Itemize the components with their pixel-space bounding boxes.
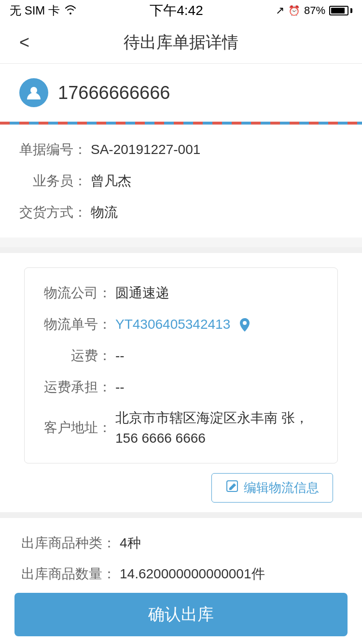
edit-icon	[225, 479, 239, 496]
order-info-section: 单据编号： SA-20191227-001 业务员： 曾凡杰 交货方式： 物流	[0, 125, 362, 238]
status-bar: 无 SIM 卡 下午4:42 ↗ ⏰ 87%	[0, 0, 362, 21]
nav-bar: < 待出库单据详情	[0, 21, 362, 64]
address-value: 北京市市辖区海淀区永丰南 张，156 6666 6666	[115, 408, 318, 448]
confirm-btn-label: 确认出库	[148, 603, 214, 626]
svg-point-2	[243, 321, 247, 325]
battery-percent: 87%	[304, 4, 325, 17]
freight-bearer-label: 运费承担：	[44, 377, 111, 398]
salesman-label: 业务员：	[19, 170, 87, 192]
main-content: 17666666666 单据编号： SA-20191227-001 业务员： 曾…	[0, 64, 362, 644]
status-left: 无 SIM 卡	[10, 3, 77, 18]
tracking-row: YT4306405342413	[111, 314, 253, 336]
status-right: ↗ ⏰ 87%	[276, 4, 352, 17]
wifi-icon	[64, 4, 77, 17]
freight-bearer-row: 运费承担： --	[44, 377, 318, 398]
address-label: 客户地址：	[44, 417, 111, 439]
logistics-company-label: 物流公司：	[44, 282, 111, 304]
delivery-value: 物流	[91, 202, 343, 224]
customer-section: 17666666666	[0, 64, 362, 122]
edit-logistics-label: 编辑物流信息	[244, 479, 319, 496]
freight-row: 运费： --	[44, 345, 318, 367]
doc-no-label: 单据编号：	[19, 139, 87, 161]
doc-no-row: 单据编号： SA-20191227-001	[19, 139, 343, 161]
goods-qty-row: 出库商品数量： 14.620000000000001件	[19, 563, 343, 585]
sim-status: 无 SIM 卡	[10, 3, 60, 18]
goods-qty-label: 出库商品数量：	[19, 563, 116, 585]
edit-btn-row: 编辑物流信息	[14, 473, 348, 512]
alarm-icon: ⏰	[288, 5, 300, 16]
logistics-company-value: 圆通速递	[115, 282, 318, 304]
separator-1	[0, 247, 362, 253]
logistics-company-row: 物流公司： 圆通速递	[44, 282, 318, 304]
freight-bearer-value: --	[115, 377, 318, 398]
svg-point-0	[30, 87, 37, 94]
avatar	[19, 78, 48, 107]
edit-logistics-button[interactable]: 编辑物流信息	[211, 473, 333, 503]
delivery-row: 交货方式： 物流	[19, 202, 343, 224]
battery-icon	[329, 6, 352, 15]
logistics-tracking-value: YT4306405342413	[115, 314, 230, 336]
delivery-label: 交货方式：	[19, 202, 87, 224]
salesman-row: 业务员： 曾凡杰	[19, 170, 343, 192]
status-time: 下午4:42	[150, 1, 203, 20]
freight-value: --	[115, 345, 318, 367]
gps-icon: ↗	[276, 4, 284, 17]
page-title: 待出库单据详情	[124, 31, 238, 54]
salesman-value: 曾凡杰	[91, 170, 343, 192]
separator-2	[0, 512, 362, 518]
goods-qty-value: 14.620000000000001件	[120, 563, 343, 585]
goods-type-value: 4种	[120, 532, 343, 554]
logistics-tracking-label: 物流单号：	[44, 314, 111, 336]
back-button[interactable]: <	[14, 28, 34, 57]
confirm-btn-container: 确认出库	[0, 585, 362, 644]
location-pin-icon[interactable]	[236, 316, 253, 334]
address-row: 客户地址： 北京市市辖区海淀区永丰南 张，156 6666 6666	[44, 408, 318, 448]
goods-type-label: 出库商品种类：	[19, 532, 116, 554]
freight-label: 运费：	[44, 345, 111, 367]
customer-phone: 17666666666	[58, 83, 170, 103]
logistics-section: 物流公司： 圆通速递 物流单号： YT4306405342413 运费： --	[24, 267, 338, 463]
confirm-outbound-button[interactable]: 确认出库	[14, 593, 348, 636]
doc-no-value: SA-20191227-001	[91, 139, 343, 161]
goods-type-row: 出库商品种类： 4种	[19, 532, 343, 554]
logistics-tracking-row: 物流单号： YT4306405342413	[44, 314, 318, 336]
